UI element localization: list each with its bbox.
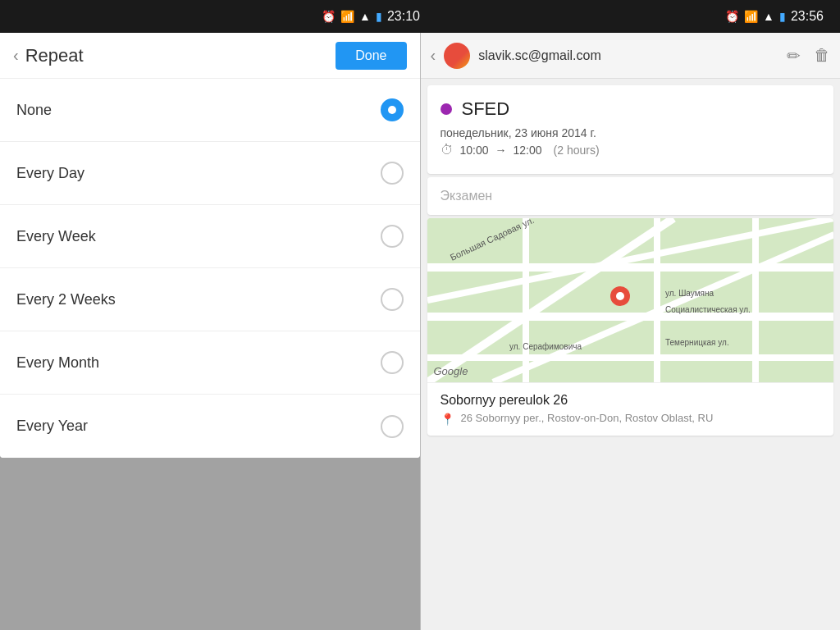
right-content: SFED понедельник, 23 июня 2014 г. ⏱ 10:0… xyxy=(421,79,841,630)
right-status: ⏰ 📶 ▲ ▮ 23:56 xyxy=(420,9,824,24)
event-card: SFED понедельник, 23 июня 2014 г. ⏱ 10:0… xyxy=(427,85,834,174)
location-title: Sobornyy pereulok 26 xyxy=(441,393,821,408)
repeat-option-every-week-label: Every Week xyxy=(16,228,96,245)
done-button[interactable]: Done xyxy=(336,42,406,70)
event-title-row: SFED xyxy=(441,98,821,120)
wifi-icon-left: 📶 xyxy=(340,10,354,23)
battery-icon-left: ▮ xyxy=(376,10,382,23)
location-info-card: Sobornyy pereulok 26 📍 26 Sobornyy per.,… xyxy=(427,382,834,436)
radio-every-day[interactable] xyxy=(381,162,404,185)
left-status: ⏰ 📶 ▲ ▮ 23:10 xyxy=(16,9,420,24)
event-time-row: ⏱ 10:00 → 12:00 (2 hours) xyxy=(441,143,821,158)
alarm-icon-right: ⏰ xyxy=(725,10,739,23)
signal-icon-left: ▲ xyxy=(359,10,371,23)
clock-icon: ⏱ xyxy=(441,143,454,158)
event-note-text: Экзамен xyxy=(441,189,493,203)
repeat-options-list: None Every Day Every Week xyxy=(0,79,420,458)
event-time-arrow: → xyxy=(495,144,507,157)
svg-point-16 xyxy=(616,292,624,300)
left-time: 23:10 xyxy=(387,9,420,24)
repeat-option-none[interactable]: None xyxy=(0,79,420,142)
radio-every-month[interactable] xyxy=(381,351,404,374)
location-address: 26 Sobornyy per., Rostov-on-Don, Rostov … xyxy=(461,411,714,426)
svg-text:Темерницкая ул.: Темерницкая ул. xyxy=(665,338,729,347)
radio-every-2-weeks[interactable] xyxy=(381,288,404,311)
event-color-dot xyxy=(441,103,452,115)
repeat-back-chevron[interactable]: ‹ xyxy=(13,46,19,65)
repeat-option-every-day[interactable]: Every Day xyxy=(0,142,420,205)
svg-text:ул. Серафимовича: ул. Серафимовича xyxy=(509,342,582,351)
repeat-sheet: ‹ Repeat Done None Every Day xyxy=(0,33,420,458)
repeat-header: ‹ Repeat Done xyxy=(0,33,420,79)
repeat-option-none-label: None xyxy=(16,102,52,119)
repeat-option-every-month-label: Every Month xyxy=(16,354,99,372)
radio-every-week[interactable] xyxy=(381,225,404,248)
status-bar: ⏰ 📶 ▲ ▮ 23:10 ⏰ 📶 ▲ ▮ 23:56 xyxy=(0,0,840,33)
battery-icon-right: ▮ xyxy=(779,10,786,23)
repeat-option-every-month[interactable]: Every Month xyxy=(0,331,420,395)
event-title: SFED xyxy=(462,98,510,120)
svg-text:Социалистическая ул.: Социалистическая ул. xyxy=(665,305,751,314)
right-action-buttons: ✏ 🗑 xyxy=(787,46,830,66)
repeat-option-every-day-label: Every Day xyxy=(16,165,84,182)
event-date: понедельник, 23 июня 2014 г. xyxy=(441,126,821,139)
left-panel: Edit Event ✓ Save ‹ Repeat Done xyxy=(0,33,420,630)
event-duration: (2 hours) xyxy=(554,144,600,157)
wifi-icon-right: 📶 xyxy=(744,10,758,23)
right-panel: ‹ slavik.sc@gmail.com ✏ 🗑 SFED понедельн… xyxy=(421,33,841,630)
delete-icon[interactable]: 🗑 xyxy=(814,46,830,65)
location-address-row: 📍 26 Sobornyy per., Rostov-on-Don, Rosto… xyxy=(441,411,821,426)
map-card[interactable]: Большая Садовая ул. ул. Шаумяна Социалис… xyxy=(427,218,834,436)
location-pin-icon: 📍 xyxy=(441,413,454,426)
right-time: 23:56 xyxy=(791,9,824,24)
radio-every-year[interactable] xyxy=(381,415,404,438)
right-back-chevron[interactable]: ‹ xyxy=(431,46,436,65)
repeat-title: Repeat xyxy=(25,45,84,66)
svg-text:ул. Шаумяна: ул. Шаумяна xyxy=(665,289,714,298)
repeat-option-every-2-weeks[interactable]: Every 2 Weeks xyxy=(0,268,420,331)
event-time-start: 10:00 xyxy=(460,144,489,157)
right-status-icons: ⏰ 📶 ▲ ▮ 23:56 xyxy=(725,9,824,24)
right-email-label: slavik.sc@gmail.com xyxy=(478,48,778,63)
repeat-option-every-week[interactable]: Every Week xyxy=(0,205,420,268)
map-svg: Большая Садовая ул. ул. Шаумяна Социалис… xyxy=(427,218,834,382)
event-time-end: 12:00 xyxy=(514,144,542,157)
repeat-option-every-2-weeks-label: Every 2 Weeks xyxy=(16,291,116,308)
right-app-bar: ‹ slavik.sc@gmail.com ✏ 🗑 xyxy=(421,33,841,79)
map-area[interactable]: Большая Садовая ул. ул. Шаумяна Социалис… xyxy=(427,218,834,382)
repeat-option-every-year-label: Every Year xyxy=(16,418,88,435)
signal-icon-right: ▲ xyxy=(763,10,774,23)
right-app-icon xyxy=(444,43,470,69)
event-note-card: Экзамен xyxy=(427,177,834,215)
main-content: Edit Event ✓ Save ‹ Repeat Done xyxy=(0,33,840,630)
repeat-option-every-year[interactable]: Every Year xyxy=(0,395,420,458)
radio-none[interactable] xyxy=(381,98,404,121)
repeat-dialog-overlay: ‹ Repeat Done None Every Day xyxy=(0,33,420,630)
left-status-icons: ⏰ 📶 ▲ ▮ 23:10 xyxy=(322,9,420,24)
google-logo: Google xyxy=(434,365,468,377)
repeat-header-left: ‹ Repeat xyxy=(13,45,84,66)
alarm-icon-left: ⏰ xyxy=(322,10,336,23)
edit-icon[interactable]: ✏ xyxy=(787,46,801,66)
